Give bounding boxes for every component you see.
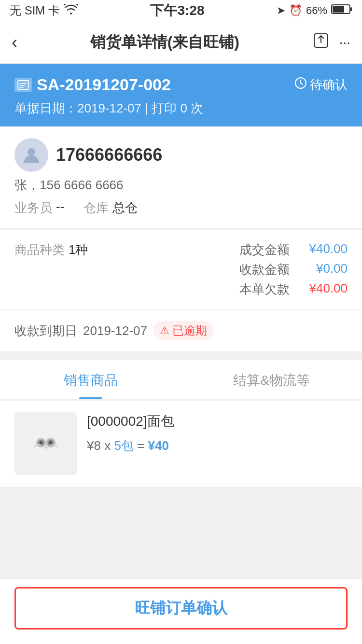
amounts-section: 成交金额 ¥40.00 收款金额 ¥0.00 本单欠款 ¥40.00 (239, 241, 348, 298)
confirm-button-label: 旺铺订单确认 (135, 598, 227, 619)
amount-label-2: 本单欠款 (239, 281, 290, 298)
amount-label-1: 收款金额 (239, 261, 290, 278)
customer-card: 17666666666 张，156 6666 6666 业务员 -- 仓库 总仓 (0, 126, 362, 228)
category-label: 商品种类 (14, 241, 65, 258)
alarm-icon: ⏰ (289, 4, 302, 17)
tabs-bar: 销售商品 结算&物流等 (0, 360, 362, 400)
overdue-badge: ⚠ 已逾期 (153, 321, 214, 340)
order-id: SA-20191207-002 (14, 75, 171, 94)
status-time: 下午3:28 (150, 1, 204, 20)
overdue-text: 已逾期 (172, 323, 207, 338)
price-equals: = (134, 438, 148, 453)
customer-meta: 业务员 -- 仓库 总仓 (14, 199, 348, 216)
nav-actions: ··· (312, 32, 350, 53)
battery-icon (331, 3, 352, 18)
bottom-bar: 旺铺订单确认 (0, 579, 362, 644)
back-button[interactable]: ‹ (12, 32, 17, 53)
svg-point-11 (40, 441, 42, 444)
status-left: 无 SIM 卡 (10, 3, 78, 18)
customer-name: 张，156 6666 6666 (14, 177, 348, 194)
share-button[interactable] (312, 32, 330, 53)
summary-card: 商品种类 1种 成交金额 ¥40.00 收款金额 ¥0.00 本单欠款 ¥40.… (0, 230, 362, 309)
location-icon: ➤ (277, 4, 285, 17)
avatar (14, 138, 48, 172)
amount-value-0: ¥40.00 (299, 241, 348, 258)
clock-icon (294, 77, 307, 93)
tab-sales-products[interactable]: 销售商品 (0, 360, 181, 399)
price-qty: 5包 (114, 438, 133, 453)
salesperson-label: 业务员 (14, 199, 52, 216)
salesperson-value: -- (56, 199, 64, 216)
price-total: ¥40 (148, 438, 168, 453)
price-text: ¥8 x (87, 438, 114, 453)
order-icon (14, 78, 32, 92)
order-status: 待确认 (294, 76, 348, 93)
svg-point-12 (49, 441, 52, 444)
svg-rect-1 (333, 6, 344, 13)
battery-text: 66% (306, 4, 327, 17)
tab-sales-products-label: 销售商品 (64, 373, 118, 388)
warehouse-label: 仓库 (84, 199, 109, 216)
tab-settlement[interactable]: 结算&物流等 (181, 360, 362, 399)
divider-2 (0, 352, 362, 360)
status-right: ➤ ⏰ 66% (277, 3, 352, 18)
svg-rect-4 (18, 81, 28, 89)
product-price: ¥8 x 5包 = ¥40 (87, 437, 348, 454)
wifi-icon (64, 4, 78, 17)
order-id-text: SA-20191207-002 (37, 75, 171, 94)
more-button[interactable]: ··· (339, 35, 350, 50)
product-name: [0000002]面包 (87, 412, 348, 431)
product-card: [0000002]面包 ¥8 x 5包 = ¥40 (0, 401, 362, 487)
tab-settlement-label: 结算&物流等 (233, 373, 310, 388)
product-thumbnail (14, 412, 77, 475)
category-count: 1种 (69, 241, 88, 258)
duedate-value: 2019-12-07 (83, 323, 147, 338)
order-header: SA-20191207-002 待确认 单据日期：2019-12-07 | 打印… (0, 64, 362, 126)
nav-bar: ‹ 销货单详情(来自旺铺) ··· (0, 21, 362, 64)
status-bar: 无 SIM 卡 下午3:28 ➤ ⏰ 66% (0, 0, 362, 21)
duedate-card: 收款到期日 2019-12-07 ⚠ 已逾期 (0, 310, 362, 351)
amount-value-2: ¥40.00 (299, 281, 348, 298)
confirm-button[interactable]: 旺铺订单确认 (14, 587, 348, 630)
warning-icon: ⚠ (160, 324, 169, 337)
duedate-label: 收款到期日 (14, 322, 77, 339)
no-sim-text: 无 SIM 卡 (10, 3, 60, 18)
svg-rect-2 (350, 7, 352, 11)
page-title: 销货单详情(来自旺铺) (90, 32, 239, 53)
warehouse-value: 总仓 (112, 199, 138, 216)
svg-point-6 (28, 148, 35, 156)
customer-phone: 17666666666 (56, 145, 162, 165)
amount-label-0: 成交金额 (239, 241, 290, 258)
status-text: 待确认 (310, 76, 348, 93)
order-date: 单据日期：2019-12-07 | 打印 0 次 (14, 100, 348, 117)
product-info: [0000002]面包 ¥8 x 5包 = ¥40 (87, 412, 348, 475)
amount-value-1: ¥0.00 (299, 261, 348, 278)
